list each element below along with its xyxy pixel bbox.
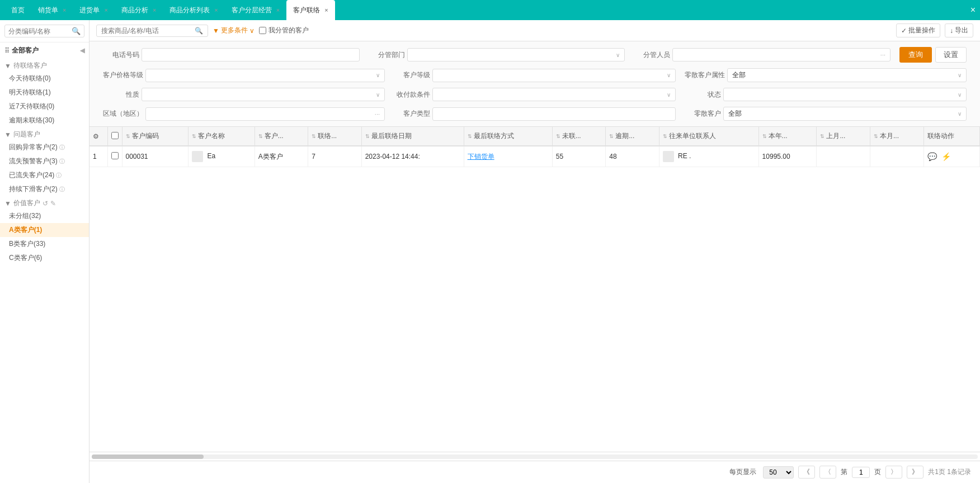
price-level-arrow-icon: ∨	[376, 72, 380, 78]
customer-type-input[interactable]	[432, 107, 676, 121]
filter-search-box[interactable]: 🔍	[96, 25, 208, 37]
th-last-month[interactable]: ⇅ 上月...	[817, 127, 870, 146]
filter-dept: 分管部门 ∨	[364, 47, 630, 63]
select-all-checkbox[interactable]	[111, 132, 119, 139]
cell-checkbox[interactable]	[107, 146, 122, 167]
chat-icon[interactable]: 💬	[927, 152, 937, 161]
nav-home[interactable]: 首页	[4, 0, 31, 20]
sidebar-item-b-class[interactable]: B类客户(33)	[0, 237, 89, 251]
price-level-select[interactable]: ∨	[145, 69, 385, 82]
sidebar-collapse-icon[interactable]: ◀	[80, 47, 84, 54]
sidebar-search-icon[interactable]: 🔍	[72, 27, 81, 35]
first-page-btn[interactable]: 《	[798, 466, 815, 479]
nav-purchase[interactable]: 进货单 ×	[73, 0, 114, 20]
retail-select[interactable]: 全部 ∨	[723, 107, 967, 121]
filter-payment: 收付款条件 ∨	[389, 87, 680, 102]
manager-input[interactable]: ···	[672, 48, 891, 61]
dept-select[interactable]: ∨	[407, 48, 625, 61]
sidebar: 🔍 ⠿ 全部客户 ◀ ▼ 待联络客户 今天待联络(0) 明天待联络(1) 近7天…	[0, 20, 89, 483]
th-this-year[interactable]: ⇅ 本年...	[758, 127, 817, 146]
sidebar-item-c-class[interactable]: C类客户(6)	[0, 251, 89, 265]
nav-product-analysis[interactable]: 商品分析 ×	[115, 0, 163, 20]
sidebar-item-today[interactable]: 今天待联络(0)	[0, 72, 89, 86]
th-settings[interactable]: ⚙	[89, 127, 107, 146]
sidebar-item-tomorrow[interactable]: 明天待联络(1)	[0, 86, 89, 100]
nav-customer-segment[interactable]: 客户分层经营 ×	[225, 0, 286, 20]
sidebar-item-repurchase-abnormal[interactable]: 回购异常客户(2) ⓘ	[0, 140, 89, 154]
close-sales-icon[interactable]: ×	[63, 7, 66, 13]
sidebar-all-customers[interactable]: ⠿ 全部客户 ◀	[0, 42, 89, 59]
last-page-btn[interactable]: 》	[907, 466, 924, 479]
filter-search-input[interactable]	[101, 27, 195, 35]
payment-select[interactable]: ∨	[432, 88, 676, 101]
sidebar-item-churn-warning[interactable]: 流失预警客户(3) ⓘ	[0, 154, 89, 168]
th-checkbox[interactable]	[107, 127, 122, 146]
customer-level-select[interactable]: ∨	[432, 69, 676, 82]
close-all-tabs-icon[interactable]: ×	[970, 5, 976, 15]
th-contact[interactable]: ⇅ 联络...	[308, 127, 362, 146]
th-this-month[interactable]: ⇅ 本月...	[870, 127, 924, 146]
region-dots-icon[interactable]: ···	[375, 111, 380, 117]
th-last-method[interactable]: ⇅ 最后联络方式	[464, 127, 552, 146]
my-customers-check[interactable]	[259, 27, 266, 34]
sidebar-search-area: 🔍	[0, 20, 89, 42]
th-contact2[interactable]: ⇅ 往来单位联系人	[659, 127, 758, 146]
nav-customer-contact[interactable]: 客户联络 ×	[286, 0, 334, 20]
close-purchase-icon[interactable]: ×	[104, 7, 107, 13]
close-customer-contact-icon[interactable]: ×	[324, 7, 328, 13]
sidebar-item-churned[interactable]: 已流失客户(24) ⓘ	[0, 168, 89, 182]
sidebar-item-declining[interactable]: 持续下滑客户(2) ⓘ	[0, 182, 89, 196]
my-customers-checkbox[interactable]: 我分管的客户	[259, 26, 309, 35]
close-customer-segment-icon[interactable]: ×	[276, 7, 280, 13]
th-overdue[interactable]: ⇅ 逾期...	[606, 127, 659, 146]
refresh-icon[interactable]: ↺	[43, 200, 48, 207]
nav-sales[interactable]: 销货单 ×	[31, 0, 73, 20]
table-area: ⚙ ⇅ 客户编码 ⇅	[89, 127, 980, 452]
col-sort-icon-5: ⇅	[365, 134, 370, 139]
close-product-analysis-icon[interactable]: ×	[153, 7, 156, 13]
cell-no-contact: 55	[552, 146, 606, 167]
connect-icon[interactable]: ⚡	[941, 152, 951, 161]
th-type[interactable]: ⇅ 客户...	[255, 127, 308, 146]
retail-attr-select[interactable]: 全部 ∨	[727, 68, 967, 82]
scroll-thumb[interactable]	[92, 454, 204, 459]
cell-last-method[interactable]: 下销货单	[464, 146, 552, 167]
export-btn[interactable]: ↓ 导出	[945, 23, 973, 37]
sidebar-item-unclassified[interactable]: 未分组(32)	[0, 209, 89, 223]
page-size-select[interactable]: 50 100 200	[763, 466, 794, 479]
gear-icon[interactable]: ⚙	[93, 132, 99, 140]
sidebar-item-overdue[interactable]: 逾期未联络(30)	[0, 113, 89, 127]
status-select[interactable]: ∨	[723, 88, 967, 101]
th-name[interactable]: ⇅ 客户名称	[189, 127, 255, 146]
page-number-input[interactable]	[852, 467, 870, 478]
prev-page-btn[interactable]: 〈	[819, 466, 836, 479]
more-filters-btn[interactable]: ▼ 更多条件 ∨	[213, 26, 255, 35]
next-page-btn[interactable]: 〉	[885, 466, 902, 479]
scroll-track[interactable]	[92, 454, 978, 459]
horizontal-scrollbar[interactable]	[89, 452, 980, 461]
close-product-analysis-list-icon[interactable]: ×	[214, 7, 218, 13]
edit-icon[interactable]: ✎	[50, 200, 56, 207]
cell-code: 000031	[122, 146, 189, 167]
nav-product-analysis-list[interactable]: 商品分析列表 ×	[163, 0, 224, 20]
filter-status: 状态 ∨	[680, 87, 971, 102]
region-input[interactable]: ···	[145, 107, 385, 121]
settings-btn[interactable]: 设置	[935, 47, 967, 63]
sidebar-item-a-class[interactable]: A类客户(1)	[0, 223, 89, 237]
batch-op-btn[interactable]: ✓ 批量操作	[896, 23, 940, 37]
filter-search-icon[interactable]: 🔍	[195, 27, 203, 35]
sidebar-search-box[interactable]: 🔍	[4, 25, 84, 37]
manager-dots-icon[interactable]: ···	[880, 51, 885, 58]
th-no-contact[interactable]: ⇅ 未联...	[552, 127, 606, 146]
sidebar-search-input[interactable]	[8, 27, 72, 35]
phone-input[interactable]	[142, 48, 360, 61]
row-checkbox[interactable]	[111, 152, 119, 159]
th-last-date[interactable]: ⇅ 最后联络日期	[361, 127, 464, 146]
nature-select[interactable]: ∨	[142, 88, 385, 101]
th-code[interactable]: ⇅ 客户编码	[122, 127, 189, 146]
cell-last-month	[817, 146, 870, 167]
query-btn[interactable]: 查询	[899, 47, 932, 63]
sidebar-item-7days[interactable]: 近7天待联络(0)	[0, 100, 89, 113]
col-sort-icon-7: ⇅	[556, 134, 560, 139]
filter-customer-level: 客户等级 ∨	[389, 68, 680, 83]
